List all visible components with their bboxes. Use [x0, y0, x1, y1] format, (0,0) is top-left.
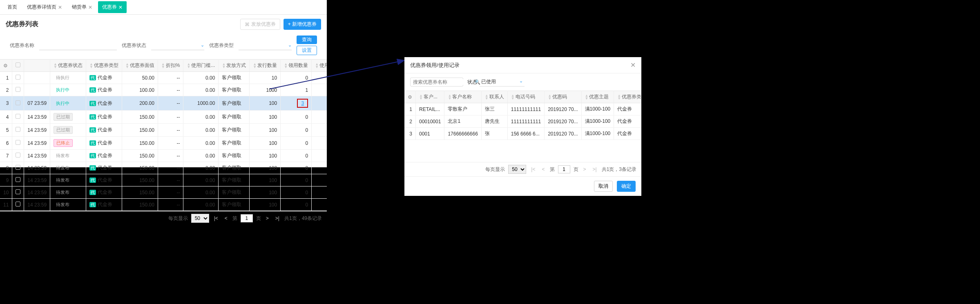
issued-count: 10 — [250, 72, 281, 84]
column-header[interactable]: ▲▼电话号码 — [507, 91, 544, 103]
column-header[interactable]: ⚙ — [0, 60, 12, 72]
checkbox[interactable] — [16, 202, 20, 206]
checkbox[interactable] — [16, 87, 20, 92]
add-coupon-button[interactable]: + 新增优惠券 — [284, 19, 321, 30]
table-row[interactable]: 307 23:59执行中代代金券200.00--1000.00客户领取10031… — [0, 96, 327, 111]
first-page-icon[interactable]: |< — [212, 215, 220, 221]
column-header[interactable] — [24, 60, 50, 72]
claimed-link[interactable]: 3 — [301, 100, 304, 106]
page-input[interactable] — [241, 214, 253, 222]
column-header[interactable]: ▲▼使用门槛... — [183, 60, 219, 72]
close-icon[interactable]: ✕ — [88, 4, 92, 10]
checkbox[interactable] — [16, 100, 20, 105]
per-page-select[interactable]: 50 — [508, 165, 526, 174]
face-value: 150.00 — [122, 174, 158, 186]
filter-name-input[interactable] — [39, 40, 117, 50]
status-badge: 已过期 — [54, 126, 73, 134]
search-input[interactable] — [413, 79, 474, 85]
next-page-icon[interactable]: > — [264, 215, 270, 221]
table-row[interactable]: 1RETAIL...零散客户张三111111111112019120 70...… — [404, 103, 641, 115]
table-row[interactable]: 2执行中代代金券100.00--0.00客户领取100010↗⊞ — [0, 84, 327, 96]
checkbox[interactable] — [16, 153, 20, 158]
first-page-icon[interactable]: |< — [529, 166, 537, 172]
type-text: 代金券 — [98, 87, 112, 93]
page-summary: 共1页，49条记录 — [284, 215, 322, 222]
claimed-count: 0 — [281, 72, 312, 84]
column-header[interactable]: ▲▼发行数量 — [250, 60, 281, 72]
checkbox[interactable] — [16, 177, 20, 182]
tab[interactable]: 优惠券✕ — [98, 1, 127, 13]
table-row[interactable]: 714 23:59待发布代代金券150.00--0.00客户领取10000↗⊞ — [0, 150, 327, 162]
tab[interactable]: 销货单✕ — [68, 1, 96, 13]
gift-icon: ⌘ — [245, 22, 250, 27]
close-icon[interactable]: ✕ — [58, 4, 62, 10]
column-header[interactable]: ▲▼优惠码 — [545, 91, 581, 103]
issue-coupon-button[interactable]: ⌘ 发放优惠券 — [240, 19, 280, 30]
close-icon[interactable]: ✕ — [630, 61, 636, 69]
confirm-button[interactable]: 确定 — [617, 181, 636, 192]
coupon-topic: 满1000-100 — [581, 115, 614, 128]
method: 客户领取 — [219, 162, 250, 174]
table-row[interactable]: 3000117666666666张156 6666 6...2019120 70… — [404, 128, 641, 140]
gear-icon[interactable]: ⚙ — [3, 63, 8, 69]
table-row[interactable]: 814 23:59待发布代代金券150.00--0.00客户领取10000↗⊞ — [0, 162, 327, 174]
last-page-icon[interactable]: >| — [591, 166, 598, 172]
checkbox[interactable] — [16, 62, 20, 67]
per-page-label: 每页显示 — [168, 215, 188, 222]
query-button[interactable]: 查询 — [297, 36, 317, 44]
column-header[interactable]: ▲▼优惠券类 — [614, 91, 641, 103]
prev-page-icon[interactable]: < — [540, 166, 546, 172]
type-text: 代金券 — [98, 140, 112, 146]
table-row[interactable]: 1014 23:59待发布代代金券150.00--0.00客户领取10000↗⊞ — [0, 186, 327, 199]
cancel-button[interactable]: 取消 — [594, 181, 613, 192]
gear-icon[interactable]: ⚙ — [408, 94, 412, 100]
discount: -- — [158, 124, 183, 137]
page-input[interactable] — [558, 165, 570, 173]
column-header[interactable]: ▲▼联系人 — [481, 91, 507, 103]
checkbox[interactable] — [16, 140, 20, 145]
face-value: 150.00 — [122, 111, 158, 124]
column-header[interactable]: ▲▼客户... — [416, 91, 444, 103]
prev-page-icon[interactable]: < — [223, 215, 229, 221]
filter-status-select[interactable]: ⌄ — [151, 40, 204, 50]
table-row[interactable]: 914 23:59待发布代代金券150.00--0.00客户领取10000↗⊞ — [0, 174, 327, 186]
dialog-pagination: 每页显示 50 |< < 第 页 > >| 共1页，3条记录 — [404, 162, 641, 176]
column-header[interactable]: ▲▼优惠券状态 — [50, 60, 86, 72]
last-page-icon[interactable]: >| — [274, 215, 281, 221]
coupon-type: 代金券 — [614, 103, 641, 115]
type-text: 代金券 — [98, 75, 112, 80]
column-header[interactable]: ▲▼优惠券类型 — [86, 60, 122, 72]
checkbox[interactable] — [16, 114, 20, 119]
checkbox[interactable] — [16, 75, 20, 80]
checkbox[interactable] — [16, 165, 20, 170]
discount: -- — [158, 174, 183, 186]
table-row[interactable]: 414 23:59已过期代代金券150.00--0.00客户领取10000↗⊞ — [0, 111, 327, 124]
per-page-select[interactable]: 50 — [191, 214, 209, 223]
status-select[interactable]: 已使用 ⌄ — [480, 78, 525, 87]
claimed-count: 3 — [281, 96, 312, 111]
table-row[interactable]: 1待执行代代金券50.00--0.00客户领取1000↗⊞ — [0, 72, 327, 84]
table-row[interactable]: 1114 23:59待发布代代金券150.00--0.00客户领取10000↗⊞ — [0, 199, 327, 211]
column-header[interactable]: ⚙ — [404, 91, 416, 103]
column-header[interactable]: ▲▼发放方式 — [219, 60, 250, 72]
settings-button[interactable]: 设置 — [297, 46, 317, 55]
checkbox[interactable] — [16, 189, 20, 194]
column-header[interactable]: ▲▼领用数量 — [281, 60, 312, 72]
column-header[interactable]: ▲▼客户名称 — [444, 91, 481, 103]
column-header[interactable]: ▲▼优惠主题 — [581, 91, 614, 103]
column-header[interactable] — [12, 60, 24, 72]
table-row[interactable]: 514 23:59已过期代代金券150.00--0.00客户领取10000↗⊞ — [0, 124, 327, 137]
next-page-icon[interactable]: > — [582, 166, 588, 172]
filter-type-select[interactable]: ⌄ — [239, 40, 292, 50]
column-header[interactable]: ▲▼优惠券面值 — [122, 60, 158, 72]
issued-count: 100 — [250, 124, 281, 137]
type-text: 代金券 — [98, 189, 112, 195]
checkbox[interactable] — [16, 127, 20, 132]
column-header[interactable]: ▲▼使用数量 — [312, 60, 327, 72]
table-row[interactable]: 200010001北京1唐先生111111111112019120 70...满… — [404, 115, 641, 128]
table-row[interactable]: 614 23:59已终止代代金券150.00--0.00客户领取10000↗⊞ — [0, 137, 327, 150]
column-header[interactable]: ▲▼折扣% — [158, 60, 183, 72]
tab[interactable]: 优惠券详情页✕ — [23, 1, 66, 13]
close-icon[interactable]: ✕ — [118, 4, 123, 10]
tab[interactable]: 首页 — [3, 1, 21, 13]
